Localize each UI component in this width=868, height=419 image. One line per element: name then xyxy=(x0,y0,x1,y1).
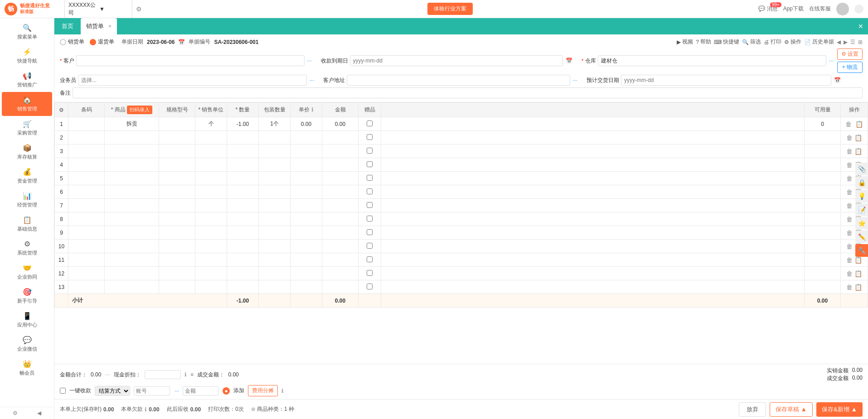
sidebar-item-wechat[interactable]: 💬 企业微信 xyxy=(0,332,54,356)
discount-input[interactable] xyxy=(145,370,181,379)
customer-addr-input[interactable] xyxy=(347,75,570,86)
sidebar-item-member[interactable]: 👑 畅会员 xyxy=(0,356,54,380)
setup-button[interactable]: ⚙ 设置 xyxy=(837,48,863,60)
view-list-icon[interactable]: ☰ xyxy=(850,39,855,45)
current-debt-info-icon[interactable]: ℹ xyxy=(145,406,147,413)
due-date-calendar-icon[interactable]: 📅 xyxy=(566,58,572,64)
gift-checkbox-3[interactable] xyxy=(367,148,373,154)
delete-row-icon-10[interactable]: 🗑 xyxy=(846,243,853,250)
delete-row-icon-6[interactable]: 🗑 xyxy=(846,188,853,196)
gift-checkbox-10[interactable] xyxy=(367,243,373,249)
warehouse-input[interactable] xyxy=(598,55,826,66)
discard-button[interactable]: 放弃 xyxy=(739,402,766,417)
copy-row-icon-11[interactable]: 📋 xyxy=(854,256,862,264)
scan-button[interactable]: 扫码录入 xyxy=(127,106,152,114)
due-date-input[interactable] xyxy=(350,55,563,66)
sidebar-item-inventory[interactable]: 📦 库存核算 xyxy=(0,140,54,164)
sidebar-item-purchase[interactable]: 🛒 采购管理 xyxy=(0,116,54,140)
delete-row-icon-9[interactable]: 🗑 xyxy=(846,229,853,236)
row-amount-1[interactable]: 0.00 xyxy=(322,117,359,131)
sidebar-item-system[interactable]: ⚙ 系统管理 xyxy=(0,236,54,260)
th-settings[interactable]: ⚙ xyxy=(55,103,68,117)
customer-addr-ellipsis-icon[interactable]: ··· xyxy=(573,77,577,83)
tab-close-icon[interactable]: × xyxy=(108,23,112,29)
app-download-link[interactable]: App下载 xyxy=(783,5,804,13)
view-grid-icon[interactable]: ⊞ xyxy=(858,39,863,45)
sidebar-item-search[interactable]: 🔍 搜索菜单 xyxy=(0,20,54,44)
add-payment-button[interactable]: ● xyxy=(223,387,230,395)
gift-checkbox-11[interactable] xyxy=(367,256,373,262)
expected-date-calendar-icon[interactable]: 📅 xyxy=(834,77,841,83)
radio-return[interactable]: 退货单 xyxy=(90,38,114,46)
settlement-method-select[interactable]: 结算方式 xyxy=(95,386,130,396)
online-support-link[interactable]: 在线客服 xyxy=(809,5,831,13)
gift-checkbox-9[interactable] xyxy=(367,229,373,235)
sidebar-item-finance[interactable]: 💰 资金管理 xyxy=(0,164,54,188)
barcode-input-1[interactable] xyxy=(70,121,102,127)
note-input[interactable] xyxy=(73,87,863,98)
sidebar-item-guide[interactable]: 🎯 新手引导 xyxy=(0,284,54,308)
experience-button[interactable]: 体验行业方案 xyxy=(427,3,473,15)
gift-checkbox-4[interactable] xyxy=(367,161,373,167)
history-tool[interactable]: 📄 历史单据 xyxy=(804,38,834,46)
gift-checkbox-8[interactable] xyxy=(367,216,373,222)
row-pkg-qty-1[interactable]: 1个 xyxy=(259,117,291,131)
delete-row-icon-1[interactable]: 🗑 xyxy=(845,120,852,128)
print-tool[interactable]: 🖨 打印 xyxy=(764,38,781,46)
radio-sale[interactable]: 销货单 xyxy=(60,38,84,46)
sidebar-item-enterprise[interactable]: 🤝 企业协同 xyxy=(0,260,54,284)
sidebar-collapse-icon[interactable]: ◀ xyxy=(37,410,41,416)
fee-split-button[interactable]: 费用分摊 xyxy=(248,385,278,396)
delete-row-icon-2[interactable]: 🗑 xyxy=(846,134,853,141)
warehouse-ellipsis-icon[interactable]: ··· xyxy=(829,58,834,64)
right-tool-clip[interactable]: 📎 xyxy=(855,163,868,175)
save-new-button[interactable]: 保存&新增 ▲ xyxy=(816,402,863,417)
delete-row-icon-3[interactable]: 🗑 xyxy=(846,148,853,155)
price-info-icon[interactable]: ℹ xyxy=(311,106,314,113)
row-spec-1[interactable] xyxy=(159,117,195,131)
delete-row-icon-5[interactable]: 🗑 xyxy=(846,175,853,182)
delete-row-icon-7[interactable]: 🗑 xyxy=(846,202,853,209)
company-selector[interactable]: XXXXXX公司 ▼ xyxy=(64,0,132,19)
number-value[interactable]: SA-20230606-001 xyxy=(214,39,258,45)
gift-checkbox-13[interactable] xyxy=(367,284,373,289)
save-draft-button[interactable]: 保存草稿 ▲ xyxy=(770,402,813,417)
row-qty-1[interactable]: -1.00 xyxy=(227,117,259,131)
fee-split-info-icon[interactable]: ℹ xyxy=(281,388,284,394)
copy-row-icon-2[interactable]: 📋 xyxy=(854,134,862,141)
right-tool-star[interactable]: ⭐ xyxy=(855,217,868,230)
logistics-button[interactable]: + 物流 xyxy=(837,62,863,73)
date-value[interactable]: 2023-06-06 xyxy=(147,39,175,45)
delete-row-icon-13[interactable]: 🗑 xyxy=(846,284,853,291)
right-tool-edit[interactable]: ✏️ xyxy=(855,231,868,243)
gift-checkbox-2[interactable] xyxy=(367,134,373,140)
account-input[interactable] xyxy=(134,386,170,395)
right-tool-lock[interactable]: 🔒 xyxy=(855,176,868,189)
sidebar-item-marketing[interactable]: 📢 营销推广 xyxy=(0,68,54,92)
sidebar-item-basic[interactable]: 📋 基础信息 xyxy=(0,212,54,236)
customer-ellipsis-icon[interactable]: ··· xyxy=(307,58,312,64)
right-tool-bulb[interactable]: 💡 xyxy=(855,190,868,202)
right-tool-note[interactable]: 📝 xyxy=(855,203,868,216)
copy-row-icon-12[interactable]: 📋 xyxy=(854,270,862,277)
table-settings-icon[interactable]: ⚙ xyxy=(59,107,64,113)
delete-row-icon-11[interactable]: 🗑 xyxy=(846,256,853,264)
right-tool-active[interactable]: 🔧 xyxy=(855,244,868,257)
user-info[interactable] xyxy=(854,5,863,14)
user-avatar[interactable] xyxy=(836,3,849,15)
row-product-1[interactable]: 拆贡 xyxy=(105,117,159,131)
nav-next-icon[interactable]: ▶ xyxy=(844,39,848,45)
sidebar-item-operations[interactable]: 📊 经营管理 xyxy=(0,188,54,212)
salesperson-ellipsis-icon[interactable]: ··· xyxy=(310,77,314,83)
row-barcode-1[interactable] xyxy=(68,117,105,131)
copy-row-icon-3[interactable]: 📋 xyxy=(854,148,862,155)
gift-checkbox-7[interactable] xyxy=(367,202,373,208)
delete-row-icon-4[interactable]: 🗑 xyxy=(846,161,853,169)
salesperson-input[interactable] xyxy=(78,75,307,86)
copy-row-icon-13[interactable]: 📋 xyxy=(854,284,862,291)
delete-row-icon-8[interactable]: 🗑 xyxy=(846,216,853,223)
account-ellipsis-icon[interactable]: ··· xyxy=(175,388,179,394)
tab-home[interactable]: 首页 xyxy=(54,18,81,34)
delete-row-icon-12[interactable]: 🗑 xyxy=(846,270,853,277)
calendar-icon[interactable]: 📅 xyxy=(178,39,185,45)
